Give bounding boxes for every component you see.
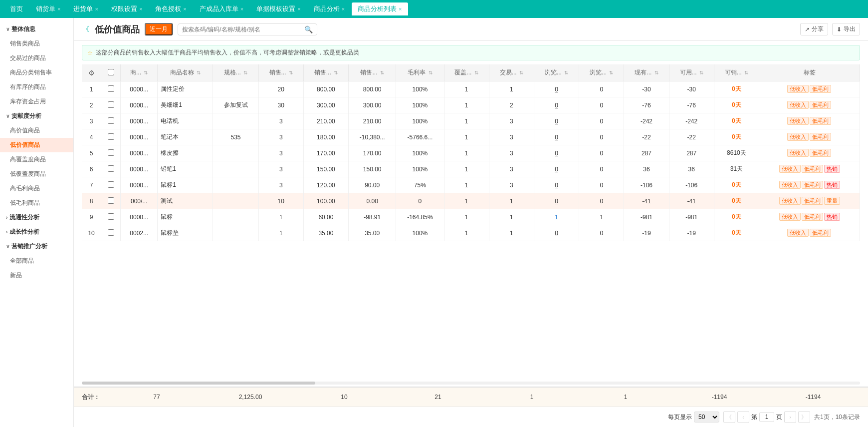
nav-product-analysis-list[interactable]: 商品分析列表 × — [352, 2, 408, 15]
sidebar-group-overall[interactable]: ∨ 整体信息 — [0, 22, 73, 36]
row-select-checkbox[interactable] — [108, 165, 114, 172]
next-page-button[interactable]: › — [784, 411, 796, 423]
sidebar-item-low-coverage[interactable]: 低覆盖度商品 — [0, 167, 73, 181]
sidebar-item-high-margin[interactable]: 高毛利商品 — [0, 181, 73, 196]
row-checkbox[interactable] — [101, 193, 121, 209]
gross-margin-column-header[interactable]: 毛利率 ⇅ — [396, 64, 444, 81]
row-browse1[interactable]: 0 — [534, 113, 579, 129]
sidebar-group-liquidity[interactable]: › 流通性分析 — [0, 210, 73, 225]
close-icon[interactable]: × — [139, 6, 142, 12]
search-input[interactable] — [182, 26, 304, 33]
sidebar-item-low-margin[interactable]: 低毛利商品 — [0, 196, 73, 210]
sidebar-item-category-sales-rate[interactable]: 商品分类销售率 — [0, 65, 73, 80]
close-icon[interactable]: × — [297, 6, 300, 12]
search-icon[interactable]: 🔍 — [304, 25, 313, 33]
nav-home[interactable]: 首页 — [4, 2, 29, 15]
browse1-value[interactable]: 0 — [555, 102, 558, 109]
collapse-sidebar-button[interactable]: 《 — [82, 25, 90, 33]
row-select-checkbox[interactable] — [108, 149, 114, 156]
close-icon[interactable]: × — [399, 6, 402, 12]
browse1-value[interactable]: 0 — [555, 166, 558, 173]
sidebar-item-all-products[interactable]: 全部商品 — [0, 254, 73, 268]
row-select-checkbox[interactable] — [108, 197, 114, 204]
row-checkbox[interactable] — [101, 113, 121, 129]
sidebar-item-traded-products[interactable]: 交易过的商品 — [0, 51, 73, 65]
page-input[interactable] — [759, 412, 774, 422]
settings-column-header[interactable]: ⚙ — [82, 64, 101, 81]
browse1-value[interactable]: 0 — [555, 198, 558, 205]
sidebar-group-marketing[interactable]: ∨ 营销推广分析 — [0, 239, 73, 254]
row-browse1[interactable]: 0 — [534, 97, 579, 113]
row-checkbox[interactable] — [101, 81, 121, 97]
row-browse1[interactable]: 0 — [534, 145, 579, 161]
row-select-checkbox[interactable] — [108, 85, 114, 92]
first-page-button[interactable]: 《 — [723, 411, 735, 423]
select-all-checkbox[interactable] — [108, 69, 114, 75]
row-checkbox[interactable] — [101, 209, 121, 225]
sale-amount-column-header[interactable]: 销售... ⇅ — [303, 64, 348, 81]
current-stock-column-header[interactable]: 现有... ⇅ — [624, 64, 669, 81]
row-select-checkbox[interactable] — [108, 117, 114, 124]
browse1-value[interactable]: 0 — [555, 86, 558, 93]
export-button[interactable]: ⬇ 导出 — [832, 23, 860, 35]
row-select-checkbox[interactable] — [108, 229, 114, 236]
nav-permissions[interactable]: 权限设置 × — [105, 2, 148, 15]
row-browse1[interactable]: 0 — [534, 225, 579, 241]
last-page-button[interactable]: 》 — [798, 411, 810, 423]
row-browse1[interactable]: 0 — [534, 193, 579, 209]
sale-profit-column-header[interactable]: 销售... ⇅ — [349, 64, 396, 81]
row-checkbox[interactable] — [101, 97, 121, 113]
nav-sales-order[interactable]: 销货单 × — [30, 2, 66, 15]
close-icon[interactable]: × — [95, 6, 98, 12]
close-icon[interactable]: × — [240, 6, 243, 12]
row-browse1[interactable]: 0 — [534, 129, 579, 145]
horizontal-scrollbar[interactable] — [74, 382, 868, 387]
nav-purchase-order[interactable]: 进货单 × — [67, 2, 104, 15]
browse1-column-header[interactable]: 浏览... ⇅ — [534, 64, 579, 81]
nav-product-stock[interactable]: 产成品入库单 × — [194, 2, 249, 15]
sidebar-item-stocked-products[interactable]: 有库序的商品 — [0, 80, 73, 94]
page-size-dropdown[interactable]: 50 100 200 — [694, 412, 719, 423]
sidebar-item-sales-products[interactable]: 销售类商品 — [0, 36, 73, 51]
tags-column-header[interactable]: 标签 — [759, 64, 860, 81]
available-stock-column-header[interactable]: 可用... ⇅ — [669, 64, 714, 81]
sidebar-item-new-products[interactable]: 新品 — [0, 268, 73, 283]
row-select-checkbox[interactable] — [108, 213, 114, 220]
share-button[interactable]: ↗ 分享 — [800, 23, 828, 35]
row-checkbox[interactable] — [101, 129, 121, 145]
row-browse1[interactable]: 0 — [534, 81, 579, 97]
browse1-value[interactable]: 0 — [555, 118, 558, 125]
sale-qty-column-header[interactable]: 销售... ⇅ — [258, 64, 303, 81]
coverage-column-header[interactable]: 覆盖... ⇅ — [444, 64, 489, 81]
nav-product-analysis[interactable]: 商品分析 × — [308, 2, 351, 15]
row-select-checkbox[interactable] — [108, 101, 114, 108]
row-checkbox[interactable] — [101, 177, 121, 193]
browse1-value[interactable]: 0 — [555, 150, 558, 157]
filter-tag-button[interactable]: 近一月 — [145, 23, 173, 35]
row-select-checkbox[interactable] — [108, 133, 114, 140]
row-checkbox[interactable] — [101, 225, 121, 241]
checkbox-column-header[interactable] — [101, 64, 121, 81]
sidebar-group-growth[interactable]: › 成长性分析 — [0, 225, 73, 239]
close-icon[interactable]: × — [183, 6, 186, 12]
spec-column-header[interactable]: 规格... ⇅ — [213, 64, 258, 81]
prev-page-button[interactable]: ‹ — [737, 411, 749, 423]
code-column-header[interactable]: 商... ⇅ — [121, 64, 158, 81]
browse1-value[interactable]: 0 — [555, 134, 558, 141]
sidebar-item-low-value[interactable]: 低价值商品 — [0, 138, 73, 152]
browse1-value[interactable]: 0 — [555, 230, 558, 237]
nav-role-auth[interactable]: 角色授权 × — [149, 2, 192, 15]
settings-icon[interactable]: ⚙ — [88, 69, 95, 77]
sidebar-item-high-coverage[interactable]: 高覆盖度商品 — [0, 152, 73, 167]
saleable-days-column-header[interactable]: 可销... ⇅ — [714, 64, 759, 81]
close-icon[interactable]: × — [342, 6, 345, 12]
sidebar-item-inventory-fund[interactable]: 库存资金占用 — [0, 94, 73, 109]
nav-template-settings[interactable]: 单据模板设置 × — [250, 2, 306, 15]
row-checkbox[interactable] — [101, 161, 121, 177]
transaction-column-header[interactable]: 交易... ⇅ — [489, 64, 534, 81]
browse2-column-header[interactable]: 浏览... ⇅ — [579, 64, 624, 81]
row-browse1[interactable]: 1 — [534, 209, 579, 225]
row-checkbox[interactable] — [101, 145, 121, 161]
browse1-value[interactable]: 1 — [555, 214, 558, 221]
browse1-value[interactable]: 0 — [555, 182, 558, 189]
